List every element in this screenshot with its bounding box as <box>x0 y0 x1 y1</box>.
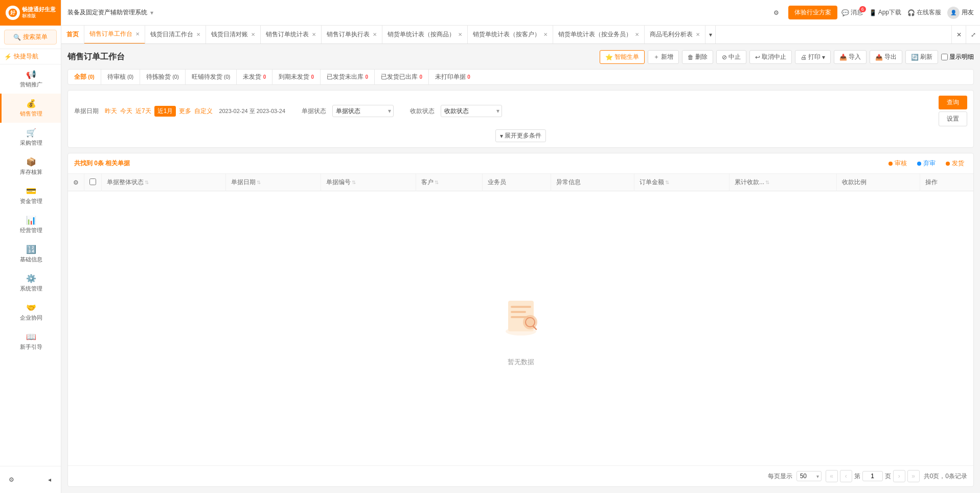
import-button[interactable]: 📥 导入 <box>834 50 867 64</box>
sidebar-item-cooperation[interactable]: 🤝 企业协同 <box>0 298 61 327</box>
smart-generate-button[interactable]: ⭐ 智能生单 <box>600 50 645 64</box>
show-detail-label[interactable]: 显示明细 <box>941 53 974 61</box>
tab-goods-stats-product[interactable]: 销货单统计表（按商品） ✕ <box>382 26 468 44</box>
quick-nav[interactable]: ⚡ 快捷导航 <box>4 52 57 61</box>
tab-goods-margin[interactable]: 商品毛利分析表 ✕ <box>645 26 705 44</box>
payment-select[interactable]: 收款状态 <box>441 105 502 117</box>
user-info: 👤 用友 <box>947 7 974 19</box>
last-page-button[interactable]: » <box>907 470 920 482</box>
tab-maximize-button[interactable]: ⤢ <box>966 26 980 44</box>
date-yesterday[interactable]: 昨天 <box>105 107 117 116</box>
system-icon: ⚙️ <box>26 274 36 283</box>
tab-cash-reconcile-close[interactable]: ✕ <box>251 32 255 37</box>
show-detail-checkbox[interactable] <box>941 54 948 60</box>
subtab-not-printed[interactable]: 未打印单据 0 <box>429 70 476 84</box>
tab-cash-reconcile[interactable]: 钱货日清对账 ✕ <box>206 26 261 44</box>
tab-sales-order[interactable]: 销售订单工作台 ✕ <box>84 26 145 44</box>
tab-sales-order-close[interactable]: ✕ <box>135 31 140 37</box>
ship-op-button[interactable]: 发货 <box>943 158 967 169</box>
empty-text: 暂无数据 <box>508 357 534 367</box>
review-op-button[interactable]: 审核 <box>885 158 910 169</box>
set-button[interactable]: 设置 <box>939 111 967 126</box>
sidebar-item-inventory[interactable]: 📦 库存核算 <box>0 152 61 181</box>
collapse-button[interactable]: ◂ <box>42 470 57 489</box>
status-select[interactable]: 单据状态 <box>332 105 394 117</box>
sidebar-item-guide[interactable]: 📖 新手引导 <box>0 327 61 356</box>
refresh-button[interactable]: 🔄 刷新 <box>905 50 938 64</box>
cancel-review-op-button[interactable]: 弃审 <box>914 158 939 169</box>
tab-sales-stats[interactable]: 销售订单统计表 ✕ <box>261 26 322 44</box>
tab-sales-exec[interactable]: 销售订单执行表 ✕ <box>322 26 382 44</box>
tab-goods-stats-staff[interactable]: 销货单统计表（按业务员） ✕ <box>553 26 645 44</box>
th-number-sort[interactable]: 单据编号 ⇅ <box>326 178 411 187</box>
query-button[interactable]: 查询 <box>939 96 967 109</box>
search-menu-button[interactable]: 🔍 搜索菜单 <box>4 30 57 44</box>
tab-goods-stats-staff-close[interactable]: ✕ <box>635 32 639 37</box>
print-button[interactable]: 🖨 打印 ▾ <box>795 50 831 64</box>
delete-button[interactable]: 🗑 删除 <box>682 50 713 64</box>
th-collected: 累计收款... ⇅ <box>730 174 837 191</box>
th-status-sort[interactable]: 单据整体状态 ⇅ <box>107 178 220 187</box>
prev-page-button[interactable]: ‹ <box>840 470 852 482</box>
tab-goods-stats-customer[interactable]: 销货单统计表（按客户） ✕ <box>468 26 553 44</box>
date-7days[interactable]: 近7天 <box>135 107 151 116</box>
per-page-select[interactable]: 50 10 20 100 <box>796 471 822 481</box>
table-scroll-area[interactable]: ⚙ 单据整体状态 ⇅ <box>68 174 973 191</box>
cancel-stop-button[interactable]: ↩ 取消中止 <box>749 50 792 64</box>
sidebar-item-system[interactable]: ⚙️ 系统管理 <box>0 268 61 298</box>
export-button[interactable]: 📤 导出 <box>870 50 902 64</box>
subtab-pending-inspect[interactable]: 待拣验货 (0) <box>140 70 186 84</box>
tab-more-button[interactable]: ▾ <box>705 26 716 44</box>
review-dot <box>888 162 893 166</box>
date-today[interactable]: 今天 <box>120 107 132 116</box>
filter-expand-row: ▾ 展开更多条件 <box>74 129 967 142</box>
download-icon: 📱 <box>869 9 877 16</box>
sidebar-item-base-info[interactable]: 🔢 基础信息 <box>0 239 61 268</box>
settings-button[interactable]: ⚙ <box>4 470 18 489</box>
settings-gear-button[interactable]: ⚙ <box>768 7 784 18</box>
tab-sales-exec-close[interactable]: ✕ <box>373 32 377 37</box>
select-all-checkbox[interactable] <box>89 178 96 185</box>
subtab-shipped-not-warehouse[interactable]: 已发货未出库 0 <box>321 70 375 84</box>
sidebar-item-operations[interactable]: 📊 经营管理 <box>0 210 61 239</box>
tab-sales-stats-close[interactable]: ✕ <box>312 32 316 37</box>
page-number-input[interactable] <box>862 471 883 481</box>
tab-goods-margin-close[interactable]: ✕ <box>696 32 700 37</box>
add-button[interactable]: ＋ 新增 <box>648 50 679 64</box>
date-custom[interactable]: 自定义 <box>194 107 213 116</box>
tab-home[interactable]: 首页 <box>61 26 84 44</box>
subtab-pending-review[interactable]: 待审核 (0) <box>101 70 141 84</box>
tab-cash-daily[interactable]: 钱货日清工作台 ✕ <box>145 26 206 44</box>
subtab-shipped-out-warehouse[interactable]: 已发货已出库 0 <box>375 70 429 84</box>
subtab-all[interactable]: 全部 (0) <box>68 70 101 84</box>
th-amount-sort[interactable]: 订单金额 ⇅ <box>640 178 724 187</box>
th-customer: 客户 ⇅ <box>416 174 483 191</box>
subtab-expired-not-shipped[interactable]: 到期未发货 0 <box>272 70 321 84</box>
sidebar-item-sales[interactable]: 💰 销售管理 <box>0 94 61 123</box>
subtab-wangpu-pending[interactable]: 旺铺待发货 (0) <box>186 70 237 84</box>
tab-close-all-button[interactable]: ✕ <box>951 26 966 44</box>
column-settings-icon[interactable]: ⚙ <box>73 179 79 186</box>
th-number: 单据编号 ⇅ <box>321 174 416 191</box>
stop-button[interactable]: ⊘ 中止 <box>716 50 746 64</box>
online-service-button[interactable]: 🎧 在线客服 <box>907 8 941 17</box>
sidebar-item-finance[interactable]: 💳 资金管理 <box>0 181 61 210</box>
th-collected-sort[interactable]: 累计收款... ⇅ <box>735 178 831 187</box>
tab-cash-daily-close[interactable]: ✕ <box>196 32 200 37</box>
industry-solution-button[interactable]: 体验行业方案 <box>788 6 837 19</box>
star-icon: ⭐ <box>605 54 613 61</box>
date-more[interactable]: 更多 <box>179 107 191 116</box>
app-download-button[interactable]: 📱 App下载 <box>869 8 901 17</box>
th-date-sort[interactable]: 单据日期 ⇅ <box>231 178 315 187</box>
sidebar-item-marketing[interactable]: 📢 营销推广 <box>0 64 61 94</box>
subtab-not-shipped[interactable]: 未发货 0 <box>237 70 272 84</box>
next-page-button[interactable]: › <box>893 470 905 482</box>
expand-conditions-button[interactable]: ▾ 展开更多条件 <box>495 129 546 142</box>
sidebar-item-purchase[interactable]: 🛒 采购管理 <box>0 123 61 152</box>
th-customer-sort[interactable]: 客户 ⇅ <box>421 178 477 187</box>
stop-icon: ⊘ <box>722 54 727 61</box>
first-page-button[interactable]: « <box>826 470 838 482</box>
date-1month[interactable]: 近1月 <box>154 106 176 117</box>
tab-goods-stats-customer-close[interactable]: ✕ <box>543 32 548 37</box>
tab-goods-stats-product-close[interactable]: ✕ <box>458 32 462 37</box>
